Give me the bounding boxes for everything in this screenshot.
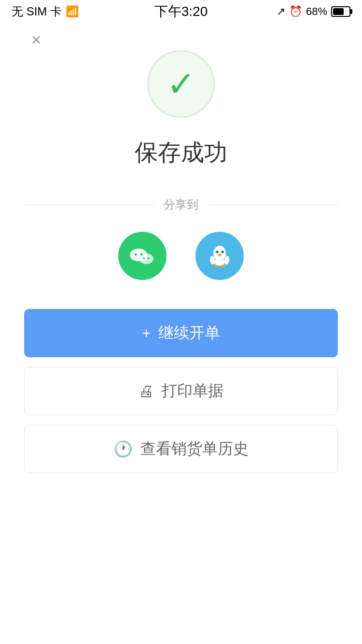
close-button[interactable]: × <box>24 28 48 52</box>
status-bar: 无 SIM 卡 📶 下午3:20 ↗ ⏰ 68% <box>0 0 362 21</box>
svg-point-10 <box>222 251 223 252</box>
svg-point-2 <box>135 253 137 256</box>
status-time: 下午3:20 <box>154 2 208 21</box>
qq-icon <box>206 242 234 270</box>
continue-button[interactable]: + 继续开单 <box>24 309 338 357</box>
svg-point-13 <box>214 265 219 267</box>
continue-label: 继续开单 <box>158 322 220 344</box>
carrier-text: 无 SIM 卡 <box>12 4 62 19</box>
svg-point-5 <box>148 257 150 259</box>
print-label: 打印单据 <box>162 380 223 402</box>
svg-point-14 <box>221 265 225 267</box>
history-button[interactable]: 🕐 查看销货单历史 <box>24 425 338 473</box>
status-right: ↗ ⏰ 68% <box>277 5 350 18</box>
main-content: ✓ 保存成功 分享到 <box>0 21 362 473</box>
location-icon: ↗ <box>277 5 285 18</box>
history-icon: 🕐 <box>113 440 133 458</box>
checkmark-icon: ✓ <box>167 67 195 101</box>
share-divider: 分享到 <box>24 197 338 212</box>
status-left: 无 SIM 卡 📶 <box>12 4 79 19</box>
battery-percent: 68% <box>306 5 327 18</box>
action-buttons: + 继续开单 🖨 打印单据 🕐 查看销货单历史 <box>24 309 338 473</box>
svg-point-3 <box>140 253 143 256</box>
share-icons <box>24 232 338 280</box>
print-icon: 🖨 <box>139 382 154 400</box>
share-label: 分享到 <box>164 197 198 212</box>
success-title: 保存成功 <box>135 137 227 168</box>
wechat-icon <box>128 241 157 270</box>
svg-point-4 <box>143 257 145 259</box>
plus-icon: + <box>142 324 151 342</box>
qq-share-button[interactable] <box>195 232 244 280</box>
alarm-icon: ⏰ <box>289 5 302 18</box>
close-icon: × <box>31 31 41 49</box>
wechat-share-button[interactable] <box>118 232 167 280</box>
history-label: 查看销货单历史 <box>140 438 249 460</box>
print-button[interactable]: 🖨 打印单据 <box>24 367 338 415</box>
battery-icon <box>331 6 350 17</box>
wifi-icon: 📶 <box>66 5 79 18</box>
success-icon-circle: ✓ <box>147 50 215 118</box>
svg-point-11 <box>218 254 222 256</box>
svg-point-9 <box>217 251 218 252</box>
share-section: 分享到 <box>0 197 362 280</box>
